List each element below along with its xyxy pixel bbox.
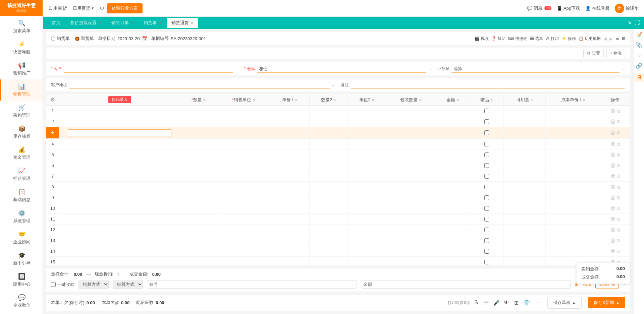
delete-btn-9[interactable]: 🗑 — [610, 195, 616, 200]
packqty-cell-15[interactable] — [386, 257, 436, 266]
unit-cell-3[interactable] — [217, 127, 270, 139]
copy-btn-8[interactable]: ⧉ — [617, 184, 620, 190]
unit-sort-icon[interactable]: ⇅ — [253, 98, 255, 102]
qty2-cell-3[interactable] — [309, 127, 347, 139]
gift-sort-icon[interactable]: ⇅ — [490, 98, 493, 102]
gift-cell-14[interactable] — [470, 246, 504, 257]
address-input[interactable] — [69, 81, 330, 89]
unit2-cell-5[interactable] — [347, 149, 386, 160]
unit-cell-15[interactable] — [217, 257, 270, 266]
qty2-cell-5[interactable] — [309, 149, 347, 160]
gift-cell-15[interactable] — [470, 257, 504, 266]
qty-cell-10[interactable] — [180, 203, 217, 214]
price-sort-icon[interactable]: ⇅ — [295, 98, 298, 102]
unit2-cell-10[interactable] — [347, 203, 386, 214]
product-cell-3[interactable] — [59, 127, 180, 139]
qty2-cell-12[interactable] — [309, 225, 347, 235]
available-cell-14[interactable] — [503, 246, 545, 257]
product-input-3[interactable] — [68, 129, 171, 136]
copy-btn-9[interactable]: ⧉ — [617, 195, 620, 200]
unit2-sort-icon[interactable]: ⇅ — [372, 98, 374, 102]
available-cell-12[interactable] — [503, 225, 545, 235]
sidebar-item-新手引导[interactable]: 🎓新手引导 — [0, 248, 43, 269]
sidebar-item-营销推广[interactable]: 📢营销推广 — [0, 58, 43, 79]
costprice-cell-2[interactable] — [545, 116, 601, 127]
message-btn[interactable]: 💬 消息 70 — [527, 5, 551, 11]
costprice-cell-12[interactable] — [545, 225, 601, 235]
qty2-cell-1[interactable] — [309, 106, 347, 116]
qty2-cell-15[interactable] — [309, 257, 347, 266]
calendar-icon[interactable]: 📅 — [142, 36, 147, 41]
costprice-cell-9[interactable] — [545, 192, 601, 203]
gift-cell-2[interactable] — [470, 116, 504, 127]
qty-cell-15[interactable] — [180, 257, 217, 266]
available-cell-4[interactable] — [503, 139, 545, 149]
discount-info-icon[interactable]: ℹ — [117, 272, 119, 276]
product-cell-11[interactable] — [59, 214, 180, 225]
qty2-cell-8[interactable] — [309, 182, 347, 192]
delete-btn-12[interactable]: 🗑 — [610, 227, 616, 233]
qty-cell-13[interactable] — [180, 235, 217, 246]
unit2-cell-12[interactable] — [347, 225, 386, 235]
copy-btn-4[interactable]: ⧉ — [617, 141, 620, 147]
video-btn[interactable]: 🎬 视频 — [475, 36, 489, 42]
qty-sort-icon[interactable]: ⇅ — [203, 98, 206, 102]
amount-cell-15[interactable] — [436, 257, 470, 266]
onestep-checkbox[interactable]: 一键收款 — [51, 281, 74, 288]
amount-cell-3[interactable] — [436, 127, 470, 139]
tab-close-1[interactable]: ✕ — [99, 21, 101, 25]
product-cell-5[interactable] — [59, 149, 180, 160]
packqty-cell-5[interactable] — [386, 149, 436, 160]
qty-cell-2[interactable] — [180, 116, 217, 127]
costprice-cell-8[interactable] — [545, 182, 601, 192]
amount-cell-13[interactable] — [436, 235, 470, 246]
delete-btn-2[interactable]: 🗑 — [610, 119, 616, 124]
qty-cell-8[interactable] — [180, 182, 217, 192]
rs-active-icon[interactable]: 🖥 — [634, 73, 644, 82]
costprice-info-icon[interactable]: ℹ — [580, 98, 581, 102]
unit2-cell-1[interactable] — [347, 106, 386, 116]
rs-note-icon[interactable]: 📝 — [636, 32, 642, 38]
unit-cell-14[interactable] — [217, 246, 270, 257]
scan-btn[interactable]: 扫码录入 — [108, 96, 131, 103]
packqty-cell-13[interactable] — [386, 235, 436, 246]
packqty-cell-8[interactable] — [386, 182, 436, 192]
packqty-cell-3[interactable] — [386, 127, 436, 139]
sidebar-item-应用中心[interactable]: 🔲应用中心 — [0, 269, 43, 291]
qty-cell-12[interactable] — [180, 225, 217, 235]
app-download-btn[interactable]: 📱 App下载 — [557, 5, 580, 11]
available-cell-9[interactable] — [503, 192, 545, 203]
save-draft-btn[interactable]: 保存草稿 ▲ — [547, 297, 582, 309]
tool-icon-3[interactable]: 👁 — [502, 299, 511, 307]
gift-cell-10[interactable] — [470, 203, 504, 214]
unit-cell-2[interactable] — [217, 116, 270, 127]
product-cell-12[interactable] — [59, 225, 180, 235]
qty-cell-4[interactable] — [180, 139, 217, 149]
qty-cell-7[interactable] — [180, 171, 217, 182]
product-cell-6[interactable] — [59, 160, 180, 171]
copy-btn-2[interactable]: ⧉ — [617, 119, 620, 124]
available-cell-7[interactable] — [503, 171, 545, 182]
tool-icon-2[interactable]: 🎤 — [492, 299, 500, 307]
product-cell-8[interactable] — [59, 182, 180, 192]
available-cell-8[interactable] — [503, 182, 545, 192]
salesperson-input[interactable] — [451, 65, 620, 73]
copy-btn-10[interactable]: ⧉ — [617, 206, 620, 211]
costprice-sort-icon[interactable]: ⇅ — [583, 98, 585, 102]
price-cell-10[interactable] — [270, 203, 309, 214]
price-cell-2[interactable] — [270, 116, 309, 127]
select-btn[interactable]: ☰ 选单 — [530, 36, 543, 42]
available-cell-13[interactable] — [503, 235, 545, 246]
tab-销货退货[interactable]: 销货退货✕ — [167, 18, 198, 28]
customer-lookup-icon[interactable]: ··· — [235, 66, 239, 71]
row-add-3[interactable]: + — [46, 127, 59, 139]
costprice-cell-5[interactable] — [545, 149, 601, 160]
settlement-select[interactable]: 结算方式 — [78, 280, 109, 289]
tool-icon-5[interactable]: 👕 — [523, 299, 531, 307]
sidebar-item-基础信息[interactable]: 📋基础信息 — [0, 185, 43, 206]
amount-cell-5[interactable] — [436, 149, 470, 160]
sidebar-item-采购管理[interactable]: 🛒采购管理 — [0, 101, 43, 122]
tab-销售订单[interactable]: 销售订单✕ — [107, 18, 138, 28]
delete-btn-11[interactable]: 🗑 — [610, 216, 616, 222]
gift-cell-13[interactable] — [470, 235, 504, 246]
